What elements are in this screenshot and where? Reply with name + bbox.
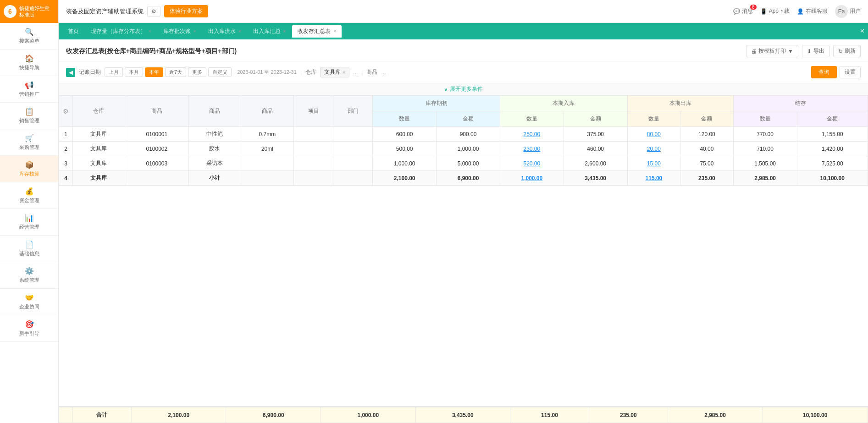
goods-more[interactable]: ...: [381, 69, 386, 76]
warehouse: 文具库: [73, 171, 125, 186]
settings-gear-button[interactable]: ⚙: [147, 6, 160, 17]
tab-bar-close[interactable]: ×: [860, 27, 864, 35]
th-opening-amt: 金额: [437, 111, 500, 127]
date-btn-自定义[interactable]: 自定义: [208, 67, 232, 77]
th-warehouse: 仓库: [73, 96, 125, 127]
out-qty[interactable]: 15.00: [627, 156, 680, 171]
opening-qty: 2,100.00: [373, 171, 437, 186]
sidebar-item-operations[interactable]: 📊经营管理: [0, 209, 58, 236]
export-button[interactable]: ⬇ 导出: [802, 45, 829, 57]
project: [294, 142, 333, 156]
in-qty[interactable]: 250.00: [500, 127, 564, 142]
header-right: 💬 消息 6 📱 App下载 👤 在线客服 Ea 用户: [733, 5, 861, 18]
sidebar-item-basic[interactable]: 📄基础信息: [0, 236, 58, 262]
in-qty[interactable]: 520.00: [500, 156, 564, 171]
filter-bar: ◀ 记账日期 上月本月本年近7天更多自定义 2023-01-01 至 2023-…: [59, 61, 868, 83]
in-qty[interactable]: 1,000.00: [500, 171, 564, 186]
sidebar-item-capital[interactable]: 💰资金管理: [0, 182, 58, 209]
date-btn-近7天[interactable]: 近7天: [165, 67, 186, 77]
th-in-qty: 数量: [500, 111, 564, 127]
goods-name: 胶水: [188, 142, 241, 156]
footer-closing-amt: 10,100.00: [763, 407, 868, 423]
filter-actions: 查询 设置: [811, 66, 861, 78]
tab-home[interactable]: 首页: [62, 25, 84, 38]
tab-inout_flow[interactable]: 出入库流水×: [203, 25, 247, 38]
tab-close-inout_summary[interactable]: ×: [283, 29, 286, 34]
closing-qty: 1,505.00: [733, 156, 797, 171]
goods-spec: [241, 171, 294, 186]
closing-qty: 2,985.00: [733, 171, 797, 186]
sidebar-item-purchase[interactable]: 🛒采购管理: [0, 129, 58, 156]
sidebar-item-inventory[interactable]: 📦库存核算: [0, 156, 58, 182]
table-row: 4文具库小计2,100.006,900.001,000.003,435.0011…: [59, 171, 868, 186]
goods-spec: [241, 156, 294, 171]
sidebar-nav: 🔍搜索菜单🏠快捷导航📢营销推广📋销售管理🛒采购管理📦库存核算💰资金管理📊经营管理…: [0, 23, 58, 423]
sidebar-item-marketing[interactable]: 📢营销推广: [0, 76, 58, 103]
data-table: ⚙ 仓库 商品 商品 商品 项目 部门 库存期初 本期入库 本期出库 结存: [59, 95, 868, 186]
sidebar-item-quicknav[interactable]: 🏠快捷导航: [0, 49, 58, 76]
tab-close-batch_ledger[interactable]: ×: [194, 29, 196, 34]
expand-more-row[interactable]: ∨ 展开更多条件: [59, 83, 868, 95]
messages-action[interactable]: 💬 消息 6: [733, 7, 753, 15]
date-btn-本年[interactable]: 本年: [145, 67, 163, 77]
export-icon: ⬇: [807, 48, 812, 55]
filter-settings-button[interactable]: 设置: [840, 66, 861, 78]
experience-btn[interactable]: 体验行业方案: [164, 5, 208, 17]
filter-row-1: ◀ 记账日期 上月本月本年近7天更多自定义 2023-01-01 至 2023-…: [66, 66, 861, 78]
tab-inout_summary[interactable]: 出入库汇总×: [248, 25, 292, 38]
opening-qty: 500.00: [373, 142, 437, 156]
table-footer: 合计 2,100.00 6,900.00 1,000.00 3,435.00 1…: [59, 406, 868, 423]
user-action[interactable]: Ea 用户: [835, 5, 861, 18]
out-qty[interactable]: 20.00: [627, 142, 680, 156]
inventory-icon: 📦: [25, 160, 34, 169]
date-btn-上月[interactable]: 上月: [105, 67, 123, 77]
date-buttons: 上月本月本年近7天更多自定义: [105, 67, 232, 77]
chevron-down-icon: ∨: [444, 86, 448, 93]
sidebar-item-search[interactable]: 🔍搜索菜单: [0, 23, 58, 49]
date-btn-本月[interactable]: 本月: [125, 67, 143, 77]
query-button[interactable]: 查询: [811, 66, 837, 78]
footer-label: 合计: [73, 407, 132, 423]
sidebar-item-sales[interactable]: 📋销售管理: [0, 103, 58, 129]
out-amt: 40.00: [680, 142, 734, 156]
warehouse-tag-close[interactable]: ×: [343, 70, 345, 75]
warehouse: 文具库: [73, 156, 125, 171]
dept: [333, 127, 373, 142]
page-title: 收发存汇总表(按仓库+商品编码+商品+规格型号+项目+部门): [66, 47, 237, 55]
tab-close-recv_send_summary[interactable]: ×: [333, 29, 336, 34]
opening-amt: 900.00: [437, 127, 500, 142]
print-button[interactable]: 🖨 按模板打印 ▼: [746, 45, 798, 57]
capital-icon: 💰: [25, 187, 34, 196]
tab-inventory_dist[interactable]: 现存量（库存分布表）×: [85, 25, 157, 38]
table-settings-icon[interactable]: ⚙: [63, 108, 69, 115]
table-container: ⚙ 仓库 商品 商品 商品 项目 部门 库存期初 本期入库 本期出库 结存: [59, 95, 868, 406]
date-btn-更多[interactable]: 更多: [188, 67, 206, 77]
opening-amt: 5,000.00: [437, 156, 500, 171]
opening-qty: 1,000.00: [373, 156, 437, 171]
online-service-action[interactable]: 👤 在线客服: [797, 7, 828, 15]
th-closing-amt: 金额: [797, 111, 868, 127]
th-closing-group: 结存: [733, 96, 868, 111]
tab-recv_send_summary[interactable]: 收发存汇总表×: [292, 25, 342, 38]
row-num: 4: [59, 171, 73, 186]
tab-batch_ledger[interactable]: 库存批次账×: [158, 25, 202, 38]
sidebar-item-system[interactable]: ⚙️系统管理: [0, 262, 58, 289]
warehouse-more[interactable]: ...: [353, 69, 358, 76]
app-download-action[interactable]: 📱 App下载: [760, 7, 790, 15]
marketing-icon: 📢: [25, 81, 34, 89]
in-qty[interactable]: 230.00: [500, 142, 564, 156]
sidebar-item-enterprise[interactable]: 🤝企业协同: [0, 289, 58, 315]
filter-toggle-button[interactable]: ◀: [66, 68, 75, 77]
sidebar-item-guide[interactable]: 🎯新手引导: [0, 315, 58, 342]
out-qty[interactable]: 80.00: [627, 127, 680, 142]
purchase-icon: 🛒: [25, 134, 34, 143]
out-qty[interactable]: 115.00: [627, 171, 680, 186]
tab-close-inout_flow[interactable]: ×: [238, 29, 241, 34]
goods-code: 0100003: [125, 156, 188, 171]
th-settings[interactable]: ⚙: [59, 96, 73, 127]
goods-code: [125, 171, 188, 186]
tab-close-inventory_dist[interactable]: ×: [149, 29, 151, 34]
refresh-button[interactable]: ↻ 刷新: [833, 45, 861, 57]
avatar: Ea: [835, 5, 848, 18]
sales-icon: 📋: [25, 107, 34, 116]
